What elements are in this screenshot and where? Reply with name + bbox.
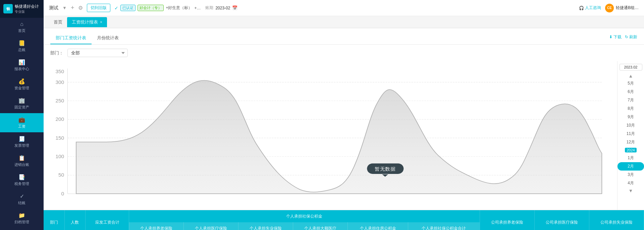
sidebar-item-funds[interactable]: 💰 资金管理 (0, 75, 44, 94)
svg-text:300: 300 (55, 79, 64, 85)
page-content: 部门工资统计表 月份统计表 ⬇ 下载 ↻ 刷新 部门： 全部 部门1 部门2 (44, 28, 644, 230)
product-extra: +… (194, 6, 201, 10)
add-icon[interactable]: + (71, 4, 74, 11)
svg-text:200: 200 (55, 117, 64, 122)
bottom-table-wrapper: 部门 人数 应发工资合计 个人承担社保公积金 公司承担养老保险 公司承担医疗保险… (44, 210, 644, 230)
date-down-button[interactable]: ▼ (628, 187, 634, 194)
home-icon: ⌂ (20, 21, 23, 27)
month-6[interactable]: 6月 (618, 88, 644, 96)
month-4[interactable]: 4月 (618, 179, 644, 187)
col-company-medical: 公司承担医疗保险 (534, 210, 589, 230)
sidebar-item-ledger[interactable]: 📒 总账 (0, 37, 44, 56)
month-2-active[interactable]: 2月 (618, 162, 644, 171)
svg-text:250: 250 (55, 98, 64, 103)
sales-icon: 📋 (18, 155, 25, 161)
svg-text:100: 100 (55, 154, 64, 159)
main-content: 测试 ▼ + ⚙ 切到旧版 ✓ 已认证 好会计（专） +好生意（标） +… 账期… (44, 0, 644, 230)
month-5[interactable]: 5月 (618, 79, 644, 88)
payroll-table: 部门 人数 应发工资合计 个人承担社保公积金 公司承担养老保险 公司承担医疗保险… (44, 210, 644, 230)
refresh-button[interactable]: ↻ 刷新 (625, 34, 637, 40)
chart-area: 0 50 100 150 200 250 300 350 (44, 61, 644, 210)
close-period-icon: ✓ (20, 193, 24, 199)
tax-icon: 📑 (18, 174, 25, 180)
month-3[interactable]: 3月 (618, 171, 644, 179)
sidebar-item-payroll[interactable]: 💼 工资 (0, 113, 44, 132)
svg-text:150: 150 (55, 135, 64, 140)
topbar-dropdown-icon[interactable]: ▼ (62, 5, 67, 10)
svg-text:暂无数据: 暂无数据 (375, 166, 395, 172)
archive-icon: 📁 (18, 212, 25, 219)
download-icon: ⬇ (609, 35, 612, 39)
help-button[interactable]: 🎧 人工咨询 (579, 5, 601, 11)
user-menu[interactable]: CE 轻捷通B组… (605, 4, 639, 12)
download-button[interactable]: ⬇ 下载 (609, 34, 622, 40)
period-value: 2023-02 (215, 6, 230, 10)
period-label: 账期 (205, 5, 213, 11)
month-1[interactable]: 1月 (618, 154, 644, 162)
col-ind-housing-fund: 个人承担住房公积金 (348, 222, 408, 230)
subtab-dept[interactable]: 部门工资统计表 (50, 32, 92, 44)
month-7[interactable]: 7月 (618, 96, 644, 104)
chart-main: 0 50 100 150 200 250 300 350 (44, 61, 617, 210)
filterbar: 部门： 全部 部门1 部门2 (44, 45, 644, 61)
sidebar-item-sales[interactable]: 📋 进销台账 (0, 151, 44, 171)
gear-icon[interactable]: ⚙ (78, 5, 83, 11)
sidebar-item-assets[interactable]: 🏢 固定资产 (0, 94, 44, 113)
check-icon: ✓ (114, 5, 118, 11)
refresh-icon: ↻ (625, 35, 628, 39)
area-chart: 0 50 100 150 200 250 300 350 (50, 64, 610, 210)
topbar-info: ✓ 已认证 好会计（专） +好生意（标） +… 账期 2023-02 📅 (114, 5, 237, 11)
svg-text:50: 50 (58, 172, 64, 178)
product-badge1: 好会计（专） (138, 5, 164, 11)
invoices-icon: 🧾 (18, 136, 25, 142)
col-ind-unemployment: 个人承担失业保险 (238, 222, 293, 230)
avatar: CE (605, 4, 614, 12)
sidebar-item-reports[interactable]: 📊 报表中心 (0, 56, 44, 75)
col-individual-group: 个人承担社保公积金 (129, 210, 480, 222)
col-company-pension: 公司承担养老保险 (480, 210, 534, 230)
logo-icon: 畅 (3, 4, 13, 13)
year-month-input[interactable] (620, 64, 642, 71)
certified-badge: 已认证 (120, 5, 136, 11)
tabbar: 首页 工资统计报表 × (44, 16, 644, 28)
funds-icon: 💰 (18, 78, 25, 85)
username-label: 轻捷通B组… (616, 5, 639, 11)
col-headcount: 人数 (64, 210, 86, 230)
calendar-icon[interactable]: 📅 (232, 5, 237, 10)
col-total-salary: 应发工资合计 (86, 210, 129, 230)
date-up-button[interactable]: ▲ (628, 73, 634, 79)
month-10[interactable]: 10月 (618, 121, 644, 130)
app-logo: 畅 畅捷通好会计 专业版 (0, 0, 44, 18)
tab-close-icon[interactable]: × (100, 20, 102, 25)
sidebar-item-settings[interactable]: ⚙ 设置 (0, 228, 44, 230)
sidebar: 畅 畅捷通好会计 专业版 ⌂ 首页 📒 总账 📊 报表中心 💰 资金管理 🏢 固… (0, 0, 44, 230)
sidebar-item-archive[interactable]: 📁 归档管理 (0, 209, 44, 228)
sidebar-item-close[interactable]: ✓ 结账 (0, 190, 44, 209)
subtab-monthly[interactable]: 月份统计表 (92, 32, 124, 44)
sidebar-item-tax[interactable]: 📑 税务管理 (0, 171, 44, 190)
month-9[interactable]: 9月 (618, 113, 644, 121)
col-dept: 部门 (44, 210, 64, 230)
col-company-unemployment: 公司承担失业保险 (589, 210, 644, 230)
tab-payroll-report[interactable]: 工资统计报表 × (67, 17, 107, 27)
year-2024-badge: 2024 (625, 148, 636, 152)
month-11[interactable]: 11月 (618, 130, 644, 138)
assets-icon: 🏢 (18, 97, 25, 104)
topbar: 测试 ▼ + ⚙ 切到旧版 ✓ 已认证 好会计（专） +好生意（标） +… 账期… (44, 0, 644, 16)
month-8[interactable]: 8月 (618, 104, 644, 113)
month-12[interactable]: 12月 (618, 138, 644, 146)
payroll-icon: 💼 (18, 117, 25, 123)
sidebar-nav: ⌂ 首页 📒 总账 📊 报表中心 💰 资金管理 🏢 固定资产 💼 工资 🧾 发票… (0, 18, 44, 230)
switch-version-button[interactable]: 切到旧版 (87, 4, 110, 12)
topbar-right: 🎧 人工咨询 CE 轻捷通B组… (579, 4, 639, 12)
logo-text: 畅捷通好会计 专业版 (15, 4, 39, 14)
tab-home[interactable]: 首页 (49, 17, 67, 27)
dept-select[interactable]: 全部 部门1 部门2 (67, 49, 128, 57)
svg-text:0: 0 (61, 191, 64, 196)
subtabs: 部门工资统计表 月份统计表 ⬇ 下载 ↻ 刷新 (44, 28, 644, 45)
topbar-title: 测试 (49, 5, 58, 11)
sidebar-item-home[interactable]: ⌂ 首页 (0, 18, 44, 37)
date-sidebar: ▲ 5月 6月 7月 8月 9月 10月 11月 12月 2024 1月 2月 … (617, 61, 644, 210)
dept-filter-label: 部门： (50, 50, 63, 56)
sidebar-item-invoices[interactable]: 🧾 发票管理 (0, 132, 44, 151)
